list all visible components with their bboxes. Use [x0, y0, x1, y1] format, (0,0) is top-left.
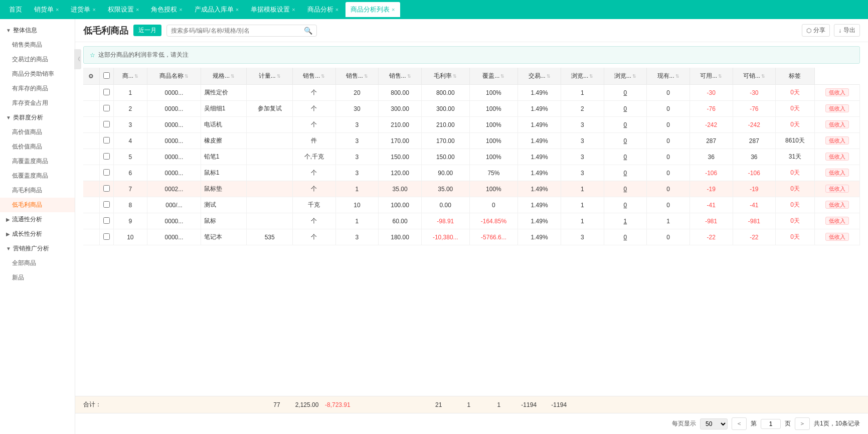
- nav-analysis-close[interactable]: ×: [335, 7, 338, 13]
- sidebar-section-growth[interactable]: ▶ 成长性分析: [0, 227, 75, 241]
- td-name[interactable]: 笔记本: [201, 229, 247, 245]
- nav-analysis-list[interactable]: 商品分析列表 ×: [345, 2, 400, 17]
- sidebar-item-high-profit[interactable]: 高毛利商品: [0, 183, 75, 198]
- next-page-button[interactable]: ＞: [795, 417, 810, 430]
- sidebar-item-category-rate[interactable]: 商品分类助销率: [0, 67, 75, 81]
- sidebar-item-new-goods[interactable]: 新品: [0, 270, 75, 285]
- td-name[interactable]: 鼠标1: [201, 165, 247, 181]
- nav-template-settings[interactable]: 单据模板设置 ×: [246, 2, 300, 17]
- td-current: -30: [689, 85, 733, 101]
- nav-sales-order[interactable]: 销货单 ×: [29, 2, 64, 17]
- th-sales-price[interactable]: 销售...⇅: [335, 68, 379, 85]
- td-sales-profit: 300.00: [421, 101, 469, 117]
- sidebar-section-flow[interactable]: ▶ 流通性分析: [0, 212, 75, 227]
- th-sales-profit[interactable]: 销售...⇅: [379, 68, 422, 85]
- th-name[interactable]: 商品名称⇅: [147, 68, 201, 85]
- nav-inbound-close[interactable]: ×: [236, 7, 239, 13]
- td-browse1[interactable]: 0: [604, 197, 647, 213]
- export-button[interactable]: ↓ 导出: [834, 24, 860, 37]
- td-browse1[interactable]: 0: [604, 165, 647, 181]
- row-checkbox[interactable]: [103, 105, 110, 111]
- td-spec: [247, 85, 293, 101]
- td-browse1[interactable]: 0: [604, 149, 647, 165]
- td-browse1[interactable]: 0: [604, 117, 647, 133]
- share-button[interactable]: ⬡ 分享: [802, 24, 830, 37]
- row-checkbox[interactable]: [103, 153, 110, 160]
- search-input[interactable]: [171, 27, 304, 34]
- sidebar-item-low-coverage[interactable]: 低覆盖度商品: [0, 169, 75, 183]
- row-checkbox[interactable]: [103, 137, 110, 143]
- nav-sales-order-close[interactable]: ×: [56, 7, 59, 13]
- th-gross-rate[interactable]: 毛利率⇅: [421, 68, 469, 85]
- per-page-select[interactable]: 50 100 200: [700, 418, 728, 429]
- nav-permissions[interactable]: 权限设置 ×: [103, 2, 144, 17]
- sidebar-item-high-coverage[interactable]: 高覆盖度商品: [0, 154, 75, 169]
- td-browse1[interactable]: 0: [604, 101, 647, 117]
- th-coverage[interactable]: 覆盖...⇅: [469, 68, 518, 85]
- prev-page-button[interactable]: ＜: [732, 417, 747, 430]
- nav-home[interactable]: 首页: [4, 2, 27, 17]
- td-name[interactable]: 铅笔1: [201, 149, 247, 165]
- td-browse1[interactable]: 0: [604, 133, 647, 149]
- td-settings: [83, 181, 99, 197]
- th-browse2[interactable]: 浏览...⇅: [604, 68, 647, 85]
- th-sales-qty[interactable]: 销售...⇅: [293, 68, 336, 85]
- th-available[interactable]: 可用...⇅: [689, 68, 733, 85]
- sidebar-item-all-goods[interactable]: 全部商品: [0, 256, 75, 270]
- th-spec[interactable]: 规格...⇅: [201, 68, 247, 85]
- th-unit[interactable]: 计量...⇅: [247, 68, 293, 85]
- td-checkbox: [99, 181, 113, 197]
- page-unit: 页: [785, 419, 791, 428]
- nav-product-analysis[interactable]: 商品分析 ×: [302, 2, 343, 17]
- row-checkbox[interactable]: [103, 201, 110, 208]
- td-trade: 1: [561, 85, 604, 101]
- nav-permissions-close[interactable]: ×: [136, 7, 139, 13]
- th-settings[interactable]: ⚙: [83, 68, 99, 85]
- td-browse1[interactable]: 0: [604, 85, 647, 101]
- td-name[interactable]: 测试: [201, 197, 247, 213]
- row-checkbox[interactable]: [103, 121, 110, 127]
- row-checkbox[interactable]: [103, 233, 110, 240]
- th-saleable[interactable]: 可销...⇅: [733, 68, 776, 85]
- sidebar-item-traded-goods[interactable]: 交易过的商品: [0, 52, 75, 67]
- select-all-checkbox[interactable]: [103, 72, 110, 79]
- row-checkbox[interactable]: [103, 217, 110, 224]
- time-tag-button[interactable]: 近一月: [133, 25, 161, 36]
- td-name[interactable]: 吴细细1: [201, 101, 247, 117]
- nav-role-auth[interactable]: 角色授权 ×: [146, 2, 187, 17]
- td-name[interactable]: 属性定价: [201, 85, 247, 101]
- sidebar-item-inventory-capital[interactable]: 库存资金占用: [0, 96, 75, 110]
- td-browse1[interactable]: 1: [604, 213, 647, 229]
- nav-list-close[interactable]: ×: [392, 7, 395, 13]
- td-code: 000/...: [147, 197, 201, 213]
- nav-purchase-close[interactable]: ×: [92, 7, 95, 13]
- page-number-input[interactable]: [761, 419, 781, 429]
- nav-role-close[interactable]: ×: [179, 7, 182, 13]
- row-checkbox[interactable]: [103, 89, 110, 95]
- nav-template-close[interactable]: ×: [292, 7, 295, 13]
- td-browse1[interactable]: 0: [604, 181, 647, 197]
- nav-product-inbound[interactable]: 产成品入库单 ×: [190, 2, 244, 17]
- th-current[interactable]: 现有...⇅: [647, 68, 690, 85]
- sidebar-section-overall[interactable]: ▼ 整体信息: [0, 23, 75, 38]
- sidebar-section-marketing[interactable]: ▼ 营销推广分析: [0, 241, 75, 256]
- sidebar-item-low-profit[interactable]: 低毛利商品: [0, 198, 75, 212]
- row-checkbox[interactable]: [103, 185, 110, 192]
- th-code[interactable]: 商...⇅: [113, 68, 147, 85]
- sidebar-section-cluster[interactable]: ▼ 类群度分析: [0, 110, 75, 125]
- td-name[interactable]: 鼠标: [201, 213, 247, 229]
- sidebar-item-low-value[interactable]: 低价值商品: [0, 139, 75, 154]
- td-browse1[interactable]: 0: [604, 229, 647, 245]
- nav-purchase-order[interactable]: 进货单 ×: [66, 2, 100, 17]
- td-days: 0天: [776, 229, 815, 245]
- td-name[interactable]: 鼠标垫: [201, 181, 247, 197]
- sidebar-item-sales-goods[interactable]: 销售类商品: [0, 38, 75, 52]
- td-name[interactable]: 电话机: [201, 117, 247, 133]
- th-trade[interactable]: 交易...⇅: [518, 68, 561, 85]
- td-name[interactable]: 橡皮擦: [201, 133, 247, 149]
- sidebar-item-stocked-goods[interactable]: 有库存的商品: [0, 81, 75, 96]
- row-checkbox[interactable]: [103, 169, 110, 176]
- sidebar-item-high-value[interactable]: 高价值商品: [0, 125, 75, 139]
- th-browse1[interactable]: 浏览...⇅: [561, 68, 604, 85]
- sidebar-collapse-button[interactable]: 《: [74, 49, 81, 69]
